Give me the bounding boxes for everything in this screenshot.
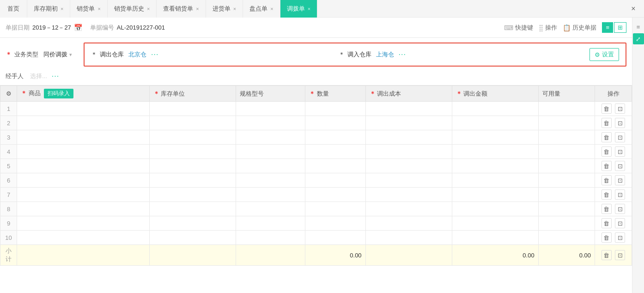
col-settings-header[interactable]: ⚙ [0, 86, 17, 102]
row-product-cell[interactable] [17, 231, 150, 245]
window-close-button[interactable]: × [626, 2, 640, 16]
row-unit-cell[interactable] [149, 231, 236, 245]
ops-button[interactable]: ⣿ 操作 [539, 24, 557, 32]
row-out-amount-cell[interactable] [452, 130, 538, 145]
row-out-cost-cell[interactable] [365, 130, 452, 145]
tab-inventory-count[interactable]: 盘点单 × [243, 0, 280, 18]
tab-transfer-order[interactable]: 调拨单 × [280, 0, 317, 18]
sidebar-expand-icon[interactable]: ⤢ [633, 33, 644, 44]
tab-view-sales[interactable]: 查看销货单 × [157, 0, 206, 18]
row-product-cell[interactable] [17, 216, 150, 231]
row-product-cell[interactable] [17, 188, 150, 202]
row-out-amount-cell[interactable] [452, 116, 538, 130]
row-qty-cell[interactable] [305, 173, 365, 188]
row-delete-icon[interactable]: 🗑 [601, 204, 612, 214]
shortcut-button[interactable]: ⌨ 快捷键 [504, 24, 533, 32]
biz-type-select[interactable]: 同价调拨 ▾ [41, 49, 78, 60]
row-spec-cell[interactable] [236, 102, 305, 116]
row-out-amount-cell[interactable] [452, 216, 538, 231]
row-copy-icon[interactable]: ⊡ [615, 132, 625, 142]
calendar-icon[interactable]: 📅 [74, 24, 83, 32]
tab-purchase-order[interactable]: 进货单 × [206, 0, 243, 18]
row-qty-cell[interactable] [305, 231, 365, 245]
row-unit-cell[interactable] [149, 116, 236, 130]
row-unit-cell[interactable] [149, 145, 236, 159]
tab-inventory-init[interactable]: 库存期初 × [27, 0, 70, 18]
row-delete-icon[interactable]: 🗑 [601, 132, 612, 142]
view-list-button[interactable]: ≡ [602, 22, 613, 33]
row-qty-cell[interactable] [305, 116, 365, 130]
row-out-amount-cell[interactable] [452, 102, 538, 116]
row-out-amount-cell[interactable] [452, 188, 538, 202]
row-product-cell[interactable] [17, 173, 150, 188]
row-out-cost-cell[interactable] [365, 216, 452, 231]
row-copy-icon[interactable]: ⊡ [615, 104, 625, 114]
row-out-cost-cell[interactable] [365, 102, 452, 116]
row-out-cost-cell[interactable] [365, 173, 452, 188]
row-qty-cell[interactable] [305, 145, 365, 159]
row-delete-icon[interactable]: 🗑 [601, 189, 612, 200]
tab-sales-history-close[interactable]: × [147, 6, 150, 12]
tab-purchase-order-close[interactable]: × [233, 6, 236, 12]
row-out-cost-cell[interactable] [365, 116, 452, 130]
row-delete-icon[interactable]: 🗑 [601, 104, 612, 114]
row-out-cost-cell[interactable] [365, 231, 452, 245]
row-spec-cell[interactable] [236, 116, 305, 130]
row-qty-cell[interactable] [305, 130, 365, 145]
row-copy-icon[interactable]: ⊡ [615, 146, 625, 157]
row-product-cell[interactable] [17, 159, 150, 173]
tab-view-sales-close[interactable]: × [196, 6, 199, 12]
row-out-amount-cell[interactable] [452, 173, 538, 188]
row-copy-icon[interactable]: ⊡ [615, 232, 625, 243]
row-copy-icon[interactable]: ⊡ [615, 175, 625, 185]
view-grid-button[interactable]: ⊞ [614, 22, 626, 33]
row-unit-cell[interactable] [149, 173, 236, 188]
row-out-cost-cell[interactable] [365, 202, 452, 216]
row-qty-cell[interactable] [305, 202, 365, 216]
row-spec-cell[interactable] [236, 130, 305, 145]
row-unit-cell[interactable] [149, 159, 236, 173]
row-delete-icon[interactable]: 🗑 [601, 161, 612, 171]
row-product-cell[interactable] [17, 145, 150, 159]
row-out-amount-cell[interactable] [452, 202, 538, 216]
row-qty-cell[interactable] [305, 216, 365, 231]
row-delete-icon[interactable]: 🗑 [601, 118, 612, 128]
row-product-cell[interactable] [17, 102, 150, 116]
tab-inventory-count-close[interactable]: × [270, 6, 273, 12]
tab-inventory-init-close[interactable]: × [61, 6, 63, 12]
row-spec-cell[interactable] [236, 173, 305, 188]
row-unit-cell[interactable] [149, 216, 236, 231]
row-unit-cell[interactable] [149, 188, 236, 202]
row-unit-cell[interactable] [149, 202, 236, 216]
row-copy-icon[interactable]: ⊡ [615, 218, 625, 228]
tab-transfer-order-close[interactable]: × [308, 6, 310, 12]
row-product-cell[interactable] [17, 116, 150, 130]
tab-sales-order-close[interactable]: × [97, 6, 100, 12]
row-out-amount-cell[interactable] [452, 145, 538, 159]
history-button[interactable]: 📋 历史单据 [563, 24, 596, 32]
in-warehouse-more-button[interactable]: ··· [399, 50, 406, 59]
subtotal-copy-icon[interactable]: ⊡ [615, 250, 625, 260]
row-product-cell[interactable] [17, 202, 150, 216]
row-spec-cell[interactable] [236, 188, 305, 202]
row-out-cost-cell[interactable] [365, 145, 452, 159]
subtotal-delete-icon[interactable]: 🗑 [601, 250, 612, 260]
row-out-amount-cell[interactable] [452, 159, 538, 173]
table-wrapper[interactable]: ⚙ ＊ 商品 扫码录入 ＊ 库存单位 规格型号 ＊ [0, 85, 632, 293]
row-delete-icon[interactable]: 🗑 [601, 218, 612, 228]
row-qty-cell[interactable] [305, 188, 365, 202]
row-spec-cell[interactable] [236, 202, 305, 216]
row-copy-icon[interactable]: ⊡ [615, 161, 625, 171]
scan-input-button[interactable]: 扫码录入 [44, 89, 73, 98]
settings-button[interactable]: ⚙ 设置 [589, 48, 619, 61]
row-product-cell[interactable] [17, 130, 150, 145]
row-delete-icon[interactable]: 🗑 [601, 175, 612, 185]
row-out-cost-cell[interactable] [365, 188, 452, 202]
row-spec-cell[interactable] [236, 231, 305, 245]
row-delete-icon[interactable]: 🗑 [601, 232, 612, 243]
handler-more-button[interactable]: ··· [52, 72, 59, 80]
row-out-cost-cell[interactable] [365, 159, 452, 173]
out-warehouse-more-button[interactable]: ··· [151, 50, 158, 59]
tab-sales-order[interactable]: 销货单 × [70, 0, 107, 18]
tab-sales-history[interactable]: 销货单历史 × [108, 0, 157, 18]
